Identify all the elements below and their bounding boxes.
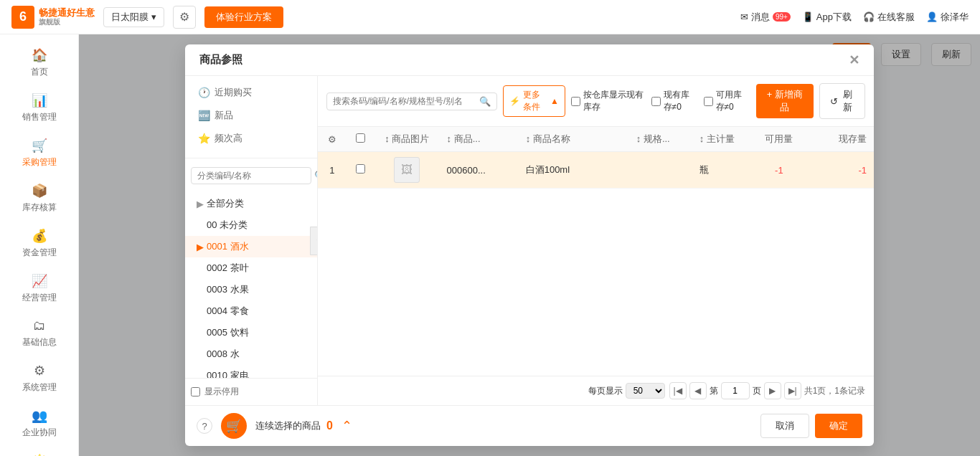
next-page-button[interactable]: ▶ xyxy=(764,382,781,399)
category-shuiguo[interactable]: 0003 水果 xyxy=(185,279,317,300)
layout: 🏠 首页 📊 销售管理 🛒 采购管理 📦 库存核算 💰 资金管理 📈 经营管理 … xyxy=(0,34,980,456)
message-icon: ✉ xyxy=(740,11,748,22)
table-settings-icon[interactable]: ⚙ xyxy=(328,134,336,145)
sidebar-item-system[interactable]: ⚙ 系统管理 xyxy=(0,356,78,401)
sort-icon: ↕ xyxy=(699,133,705,144)
experience-btn[interactable]: 体验行业方案 xyxy=(204,6,283,28)
product-code: 000600... xyxy=(440,152,519,189)
col-available[interactable]: 可用量 xyxy=(748,127,811,152)
col-name[interactable]: ↕ 商品名称 xyxy=(519,127,629,152)
sidebar-item-guide[interactable]: 🌟 新手引导 xyxy=(0,446,78,456)
available-stock-input[interactable] xyxy=(704,97,713,106)
sidebar-item-sales[interactable]: 📊 销售管理 xyxy=(0,85,78,130)
filter-button[interactable]: ⚡ 更多条件 ▲ xyxy=(503,85,565,117)
row-checkbox[interactable] xyxy=(356,164,365,174)
sidebar-item-operations[interactable]: 📈 经营管理 xyxy=(0,266,78,311)
col-image: ↕ 商品图片 xyxy=(374,127,439,152)
existing-stock-label: 现有库存≠0 xyxy=(664,89,698,113)
new-icon: 🆕 xyxy=(198,110,210,121)
prev-page-button[interactable]: ◀ xyxy=(689,382,707,399)
category-uncategorized[interactable]: 00 未分类 xyxy=(185,214,317,236)
sidebar-item-home[interactable]: 🏠 首页 xyxy=(0,40,78,85)
tab-new-label: 新品 xyxy=(215,109,233,122)
message-nav-item[interactable]: ✉ 消息 99+ xyxy=(740,11,791,24)
by-warehouse-input[interactable] xyxy=(571,97,580,106)
sidebar-item-enterprise[interactable]: 👥 企业协同 xyxy=(0,401,78,446)
page-number-input[interactable] xyxy=(721,382,750,399)
add-product-button[interactable]: + 新增商品 xyxy=(756,84,814,118)
col-spec[interactable]: ↕ 规格... xyxy=(629,127,692,152)
show-disabled-label[interactable]: 显示停用 xyxy=(204,386,239,398)
select-all-checkbox[interactable] xyxy=(356,133,365,143)
sidebar-item-finance[interactable]: 💰 资金管理 xyxy=(0,221,78,266)
category-label: 0005 饮料 xyxy=(197,326,249,339)
category-jiadian[interactable]: 0010 家电 xyxy=(185,365,317,378)
modal-right-panel: 🔍 ⚡ 更多条件 ▲ 按仓库显示现有库存 xyxy=(318,76,874,405)
first-page-button[interactable]: |◀ xyxy=(669,382,687,399)
col-unit[interactable]: ↕ 主计量 xyxy=(692,127,748,152)
modal-tabs: 🕐 近期购买 🆕 新品 ⭐ 频次高 xyxy=(185,76,317,155)
refresh-button[interactable]: ↺ 刷新 xyxy=(819,83,865,119)
category-yinliao[interactable]: 0005 饮料 xyxy=(185,322,317,343)
tab-recent[interactable]: 🕐 近期购买 xyxy=(191,82,311,103)
category-jiushui[interactable]: ▶ 0001 酒水 xyxy=(185,236,317,257)
category-shui[interactable]: 0008 水 xyxy=(185,343,317,365)
cancel-button[interactable]: 取消 xyxy=(760,414,809,438)
table-row[interactable]: 1 🖼 xyxy=(318,152,874,189)
checkbox-existing-stock[interactable]: 现有库存≠0 xyxy=(651,89,698,113)
product-table-area: ⚙ ↕ 商品图片 xyxy=(318,127,874,376)
modal-close-button[interactable]: ✕ xyxy=(849,54,859,67)
sidebar-item-inventory[interactable]: 📦 库存核算 xyxy=(0,176,78,221)
show-disabled-checkbox[interactable] xyxy=(191,387,200,396)
checkbox-available-stock[interactable]: 可用库存≠0 xyxy=(704,89,750,113)
search-icon[interactable]: 🔍 xyxy=(479,96,491,107)
category-search-input[interactable] xyxy=(191,167,311,184)
cart-button[interactable]: 🛒 xyxy=(221,413,247,439)
collapse-panel-button[interactable]: 《 xyxy=(310,227,318,255)
purchase-icon: 🛒 xyxy=(32,138,47,153)
category-chaye[interactable]: 0002 茶叶 xyxy=(185,257,317,279)
category-all[interactable]: ▶ 全部分类 xyxy=(185,193,317,214)
tab-new[interactable]: 🆕 新品 xyxy=(191,105,311,126)
page-total: 共1页，1条记录 xyxy=(804,385,865,397)
sort-icon: ↕ xyxy=(447,133,452,144)
sidebar-item-basic-info[interactable]: 🗂 基础信息 xyxy=(0,311,78,356)
per-page-select[interactable]: 50 20 100 xyxy=(626,383,665,399)
selected-label: 连续选择的商品 xyxy=(255,419,321,432)
system-icon: ⚙ xyxy=(34,363,45,379)
online-service-item[interactable]: 🎧 在线客服 xyxy=(863,11,915,24)
last-page-button[interactable]: ▶| xyxy=(784,382,801,399)
col-code[interactable]: ↕ 商品... xyxy=(440,127,519,152)
existing-stock-input[interactable] xyxy=(651,97,661,106)
enterprise-icon: 👥 xyxy=(32,408,47,424)
product-search-input[interactable] xyxy=(333,96,476,106)
mobile-icon: 📱 xyxy=(802,11,814,22)
sidebar-label-finance: 资金管理 xyxy=(22,247,57,259)
confirm-button[interactable]: 确定 xyxy=(815,414,862,438)
category-search: 🔍 xyxy=(185,161,317,190)
category-lingshi[interactable]: 0004 零食 xyxy=(185,300,317,322)
user-item[interactable]: 👤 徐泽华 xyxy=(926,11,969,24)
filter-label: 更多条件 xyxy=(523,89,547,113)
modal-body: 《 🕐 近期购买 🆕 新品 ⭐ xyxy=(185,76,874,405)
home-icon: 🏠 xyxy=(32,47,47,63)
row-checkbox-cell[interactable] xyxy=(347,152,375,189)
headset-icon: 🎧 xyxy=(863,11,875,22)
collapse-footer-button[interactable]: ⌃ xyxy=(341,418,352,434)
sort-icon: ↕ xyxy=(526,133,531,144)
col-stock[interactable]: 现存量 xyxy=(811,127,874,152)
app-download-item[interactable]: 📱 App下载 xyxy=(802,11,852,24)
logo: 6 畅捷通好生意 旗舰版 xyxy=(11,6,95,29)
recent-icon: 🕐 xyxy=(198,87,210,98)
tab-frequent[interactable]: ⭐ 频次高 xyxy=(191,128,311,149)
tab-frequent-label: 频次高 xyxy=(215,132,242,145)
help-button[interactable]: ? xyxy=(197,418,212,434)
checkbox-by-warehouse[interactable]: 按仓库显示现有库存 xyxy=(571,89,646,113)
product-spec xyxy=(629,152,692,189)
sidebar-item-purchase[interactable]: 🛒 采购管理 xyxy=(0,130,78,176)
chevron-down-icon: ▾ xyxy=(151,11,156,22)
message-badge: 99+ xyxy=(773,12,791,22)
refresh-label: 刷新 xyxy=(841,88,854,114)
settings-button[interactable]: ⚙ xyxy=(173,6,196,29)
nav-dropdown[interactable]: 日太阳膜 ▾ xyxy=(103,7,164,27)
